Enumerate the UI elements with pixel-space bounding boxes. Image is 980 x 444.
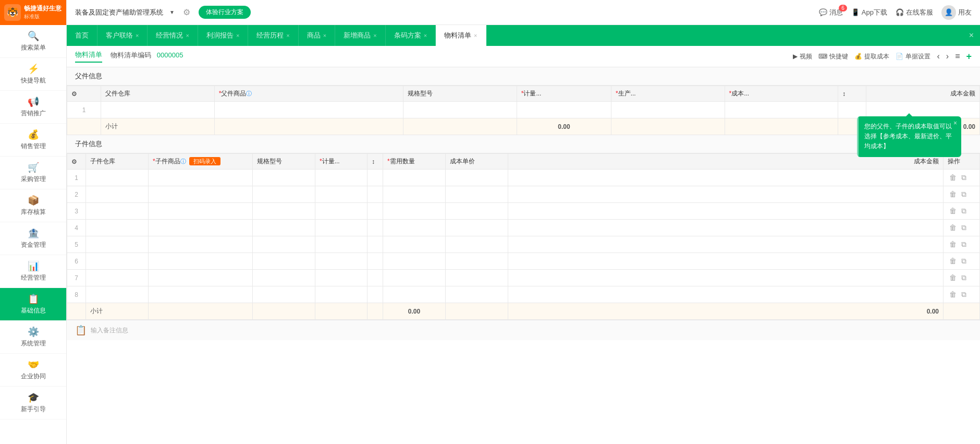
tab-close-icon[interactable]: × bbox=[323, 32, 326, 39]
child-unit-cell[interactable] bbox=[315, 186, 368, 203]
tab-close-icon[interactable]: × bbox=[424, 32, 427, 39]
parent-spec-cell[interactable] bbox=[403, 102, 517, 118]
child-unit-cost-cell[interactable] bbox=[446, 170, 508, 186]
copy-icon[interactable]: ⧉ bbox=[961, 257, 966, 265]
video-action[interactable]: ▶ 视频 bbox=[793, 52, 812, 61]
sidebar-item-marketing[interactable]: 📢 营销推广 bbox=[0, 91, 66, 124]
child-unit-cell[interactable] bbox=[315, 236, 368, 253]
tab-new-product[interactable]: 新增商品 × bbox=[335, 25, 385, 46]
child-qty-cell[interactable] bbox=[383, 270, 446, 286]
copy-icon[interactable]: ⧉ bbox=[961, 173, 966, 182]
child-cost-amount-cell[interactable] bbox=[508, 253, 944, 270]
child-unit-cost-cell[interactable] bbox=[446, 203, 508, 220]
child-warehouse-cell[interactable] bbox=[86, 270, 149, 286]
sidebar-item-inventory[interactable]: 📦 库存核算 bbox=[0, 189, 66, 222]
system-dropdown[interactable]: ▼ bbox=[169, 9, 175, 15]
tab-customer[interactable]: 客户联络 × bbox=[97, 25, 148, 46]
parent-product-cell[interactable] bbox=[214, 102, 403, 118]
child-warehouse-cell[interactable] bbox=[86, 236, 149, 253]
sub-tab-code[interactable]: 物料清单编码 0000005 bbox=[111, 51, 183, 62]
tab-close-icon[interactable]: × bbox=[136, 32, 139, 39]
child-product-cell[interactable] bbox=[149, 203, 253, 220]
nav-prev-button[interactable]: ‹ bbox=[937, 52, 939, 61]
parent-col-gear[interactable]: ⚙ bbox=[67, 86, 101, 102]
nav-next-button[interactable]: › bbox=[946, 52, 949, 61]
tab-barcode[interactable]: 条码方案 × bbox=[386, 25, 436, 46]
tab-close-icon[interactable]: × bbox=[373, 32, 376, 39]
copy-icon[interactable]: ⧉ bbox=[961, 223, 966, 232]
message-item[interactable]: 💬 消息 6 bbox=[819, 8, 843, 17]
child-product-cell[interactable] bbox=[149, 286, 253, 303]
trial-button[interactable]: 体验行业方案 bbox=[199, 6, 251, 19]
child-product-cell[interactable] bbox=[149, 270, 253, 286]
tab-operations[interactable]: 经营情况 × bbox=[148, 25, 198, 46]
parent-cost-amount-cell[interactable] bbox=[866, 102, 980, 118]
copy-icon[interactable]: ⧉ bbox=[961, 190, 966, 198]
sidebar-item-quick-nav[interactable]: ⚡ 快捷导航 bbox=[0, 58, 66, 91]
child-unit-cell[interactable] bbox=[315, 253, 368, 270]
sidebar-item-finance[interactable]: 🏦 资金管理 bbox=[0, 222, 66, 255]
child-cost-amount-cell[interactable] bbox=[508, 286, 944, 303]
sidebar-item-enterprise[interactable]: 🤝 企业协同 bbox=[0, 354, 66, 387]
child-qty-cell[interactable] bbox=[383, 286, 446, 303]
child-warehouse-cell[interactable] bbox=[86, 253, 149, 270]
delete-icon[interactable]: 🗑 bbox=[949, 207, 957, 215]
child-cost-amount-cell[interactable] bbox=[508, 203, 944, 220]
child-spec-cell[interactable] bbox=[253, 170, 315, 186]
child-unit-cell[interactable] bbox=[315, 203, 368, 220]
child-cost-amount-cell[interactable] bbox=[508, 170, 944, 186]
scan-button[interactable]: 扫码录入 bbox=[189, 157, 220, 165]
tab-home[interactable]: 首页 bbox=[67, 25, 97, 46]
delete-icon[interactable]: 🗑 bbox=[949, 290, 957, 298]
child-product-cell[interactable] bbox=[149, 170, 253, 186]
sidebar-item-system[interactable]: ⚙️ 系统管理 bbox=[0, 321, 66, 354]
child-spec-cell[interactable] bbox=[253, 286, 315, 303]
child-product-cell[interactable] bbox=[149, 186, 253, 203]
tab-product[interactable]: 商品 × bbox=[299, 25, 335, 46]
list-view-button[interactable]: ≡ bbox=[955, 52, 960, 61]
tab-close-icon[interactable]: × bbox=[474, 32, 477, 39]
close-all-icon[interactable]: × bbox=[963, 31, 980, 40]
tab-profit[interactable]: 利润报告 × bbox=[198, 25, 248, 46]
tab-history[interactable]: 经营历程 × bbox=[248, 25, 298, 46]
user-item[interactable]: 👤 用友 bbox=[941, 5, 972, 20]
tab-bom[interactable]: 物料清单 × bbox=[436, 25, 486, 46]
child-qty-cell[interactable] bbox=[383, 203, 446, 220]
parent-unit-cell[interactable] bbox=[517, 102, 611, 118]
parent-warehouse-cell[interactable] bbox=[101, 102, 215, 118]
sub-tab-bom[interactable]: 物料清单 bbox=[75, 50, 102, 63]
child-unit-cost-cell[interactable] bbox=[446, 236, 508, 253]
delete-icon[interactable]: 🗑 bbox=[949, 190, 957, 198]
child-unit-cell[interactable] bbox=[315, 270, 368, 286]
parent-produce-cell[interactable] bbox=[611, 102, 725, 118]
sidebar-item-guide[interactable]: 🎓 新手引导 bbox=[0, 387, 66, 419]
child-unit-cell[interactable] bbox=[315, 170, 368, 186]
copy-icon[interactable]: ⧉ bbox=[961, 207, 966, 215]
child-spec-cell[interactable] bbox=[253, 253, 315, 270]
sidebar-item-sales[interactable]: 💰 销售管理 bbox=[0, 124, 66, 157]
app-download-item[interactable]: 📱 App下载 bbox=[851, 8, 887, 17]
child-warehouse-cell[interactable] bbox=[86, 186, 149, 203]
online-service-item[interactable]: 🎧 在线客服 bbox=[896, 8, 933, 17]
child-qty-cell[interactable] bbox=[383, 253, 446, 270]
sidebar-item-purchase[interactable]: 🛒 采购管理 bbox=[0, 157, 66, 189]
child-cost-amount-cell[interactable] bbox=[508, 270, 944, 286]
sidebar-item-search[interactable]: 🔍 搜索菜单 bbox=[0, 25, 66, 58]
sidebar-item-basic[interactable]: 📋 基础信息 bbox=[0, 288, 66, 321]
child-cost-amount-cell[interactable] bbox=[508, 186, 944, 203]
delete-icon[interactable]: 🗑 bbox=[949, 173, 957, 182]
child-spec-cell[interactable] bbox=[253, 236, 315, 253]
tooltip-close-button[interactable]: × bbox=[953, 118, 957, 128]
delete-icon[interactable]: 🗑 bbox=[949, 257, 957, 265]
settings-action[interactable]: 📄 单据设置 bbox=[896, 52, 930, 61]
child-qty-cell[interactable] bbox=[383, 236, 446, 253]
child-product-cell[interactable] bbox=[149, 253, 253, 270]
delete-icon[interactable]: 🗑 bbox=[949, 223, 957, 232]
copy-icon[interactable]: ⧉ bbox=[961, 240, 966, 248]
copy-icon[interactable]: ⧉ bbox=[961, 290, 966, 298]
child-spec-cell[interactable] bbox=[253, 186, 315, 203]
child-spec-cell[interactable] bbox=[253, 220, 315, 236]
child-unit-cell[interactable] bbox=[315, 286, 368, 303]
child-qty-cell[interactable] bbox=[383, 186, 446, 203]
child-warehouse-cell[interactable] bbox=[86, 286, 149, 303]
